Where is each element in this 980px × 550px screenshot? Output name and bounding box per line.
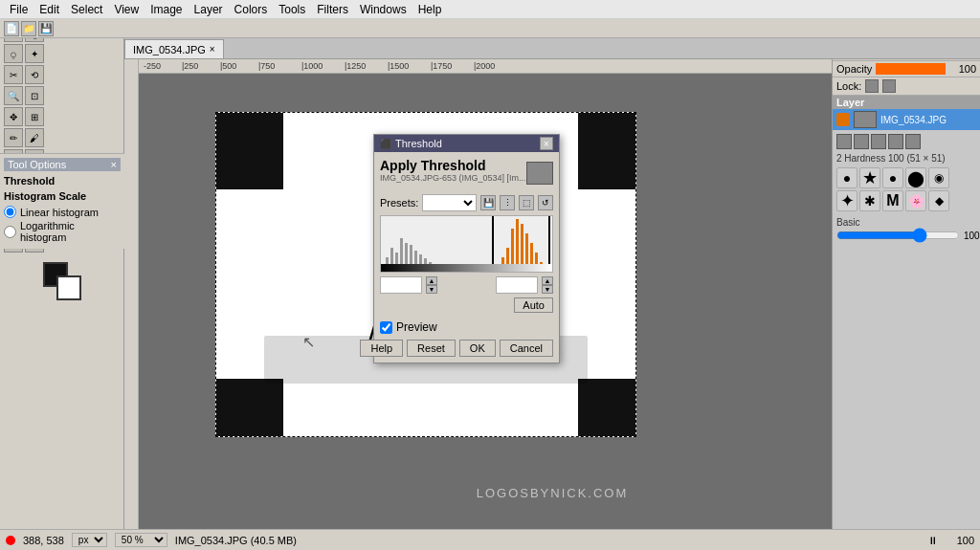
threshold-dialog: ⬛ Threshold × Apply Threshold IMG_0534.J… (373, 134, 560, 363)
layer-item[interactable]: IMG_0534.JPG (833, 109, 980, 130)
hardness-label: 2 Hardness 100 (51 × 51) (836, 153, 976, 164)
play-button[interactable]: ⏸ (927, 535, 938, 546)
preset-save-icon[interactable]: 💾 (480, 195, 496, 210)
dialog-title: ⬛ Threshold (380, 138, 442, 149)
menu-edit[interactable]: Edit (33, 3, 65, 16)
ruler-left (124, 59, 139, 529)
brush-9[interactable]: 🌸 (905, 190, 926, 211)
brush-1[interactable]: ● (836, 167, 858, 188)
tool-shear[interactable]: ⊡ (25, 86, 44, 105)
high-threshold-input[interactable]: 255 (496, 276, 538, 294)
low-spin-down[interactable]: ▼ (426, 285, 437, 294)
menu-layer[interactable]: Layer (189, 3, 229, 16)
tool-transform[interactable]: ⟲ (25, 65, 44, 84)
lock-alpha-icon[interactable] (882, 79, 896, 93)
brush-2[interactable]: ★ (859, 167, 880, 188)
opacity-value: 100 (949, 63, 976, 75)
tool-zoom[interactable]: 🔍 (4, 86, 23, 105)
brush-6[interactable]: ✦ (836, 190, 858, 211)
layer-btn-5[interactable] (905, 134, 921, 149)
preview-label: Preview (396, 320, 437, 334)
high-spin-down[interactable]: ▼ (542, 285, 553, 294)
main-toolbar: 📄 📁 💾 (0, 19, 980, 38)
menu-view[interactable]: View (108, 3, 145, 16)
auto-button[interactable]: Auto (514, 297, 553, 313)
ok-button[interactable]: OK (459, 340, 496, 357)
high-spinner: ▲ ▼ (542, 276, 553, 294)
spacing-slider[interactable] (836, 230, 960, 241)
layers-header: Layer (833, 96, 980, 109)
low-spinner: ▲ ▼ (426, 276, 437, 294)
lock-icon[interactable] (865, 79, 879, 93)
tab-close-icon[interactable]: × (210, 44, 215, 55)
tool-free-select[interactable]: ⍜ (4, 44, 23, 63)
tool-move[interactable]: ✥ (4, 107, 23, 126)
low-threshold-input[interactable]: 195 (380, 276, 422, 294)
tool-align[interactable]: ⊞ (25, 107, 44, 126)
statusbar: 388, 538 px 50 % IMG_0534.JPG (40.5 MB) … (0, 529, 980, 550)
brush-10[interactable]: ◆ (928, 190, 949, 211)
toolbar-open-icon[interactable]: 📁 (21, 21, 36, 36)
tab-image[interactable]: IMG_0534.JPG × (124, 39, 224, 58)
tool-fuzzy-select[interactable]: ✦ (25, 44, 44, 63)
brush-7[interactable]: ✱ (859, 190, 880, 211)
high-spin-up[interactable]: ▲ (542, 276, 553, 285)
preset-extra-1[interactable]: ⬚ (519, 195, 534, 210)
apply-title: Apply Threshold (380, 158, 526, 173)
brush-5[interactable]: ◉ (928, 167, 949, 188)
dialog-icon: ⬛ (380, 139, 391, 149)
opacity-bar[interactable] (876, 63, 946, 75)
corner-tr (578, 113, 635, 189)
menu-image[interactable]: Image (145, 3, 188, 16)
preset-options-icon[interactable]: ⋮ (500, 195, 515, 210)
unit-select[interactable]: px (72, 533, 107, 547)
threshold-values: 195 ▲ ▼ 255 ▲ ▼ (380, 276, 553, 294)
brush-8[interactable]: M (882, 190, 903, 211)
scroll-value: 100 (946, 535, 974, 546)
layer-btn-3[interactable] (871, 134, 886, 149)
menu-windows[interactable]: Windows (354, 3, 412, 16)
help-button[interactable]: Help (360, 340, 403, 357)
preview-checkbox[interactable] (380, 321, 392, 334)
tool-paintbrush[interactable]: 🖌 (25, 128, 44, 147)
toolbox: ⬚ ◯ ⍜ ✦ ✂ ⟲ 🔍 ⊡ ✥ ⊞ ✏ 🖌 ◻ 💨 🖊 ⎘ ✜ ▱ 🪣 ⬛ … (0, 19, 124, 529)
tool-crop[interactable]: ✂ (4, 65, 23, 84)
tool-pencil[interactable]: ✏ (4, 128, 23, 147)
menu-colors[interactable]: Colors (229, 3, 274, 16)
layer-name: IMG_0534.JPG (880, 115, 947, 125)
menu-help[interactable]: Help (412, 3, 448, 16)
brush-3[interactable]: ● (882, 167, 903, 188)
presets-row: Presets: 💾 ⋮ ⬚ ↺ (380, 194, 553, 211)
log-histogram-option[interactable]: Logarithmic histogram (4, 220, 121, 243)
layer-thumbnail (854, 111, 877, 128)
background-color[interactable] (56, 275, 81, 300)
preset-extra-2[interactable]: ↺ (538, 195, 553, 210)
toolbar-save-icon[interactable]: 💾 (38, 21, 54, 36)
linear-histogram-option[interactable]: Linear histogram (4, 206, 121, 218)
layer-btn-1[interactable] (836, 134, 852, 149)
menu-file[interactable]: File (4, 3, 33, 16)
tool-options-header: Tool Options × (4, 158, 121, 171)
menu-filters[interactable]: Filters (311, 3, 354, 16)
layer-eye-icon[interactable] (836, 113, 850, 126)
menu-select[interactable]: Select (65, 3, 108, 16)
dialog-close-button[interactable]: × (540, 137, 553, 150)
reset-button[interactable]: Reset (407, 340, 456, 357)
opacity-label: Opacity (836, 63, 872, 75)
low-spin-up[interactable]: ▲ (426, 276, 437, 285)
corner-tl (216, 113, 283, 189)
histogram-scale-title: Histogram Scale (4, 190, 121, 202)
menu-tools[interactable]: Tools (273, 3, 311, 16)
tab-label: IMG_0534.JPG (133, 44, 206, 55)
presets-label: Presets: (380, 197, 418, 209)
brush-4[interactable]: ⬤ (905, 167, 926, 188)
cancel-button[interactable]: Cancel (500, 340, 553, 357)
presets-select[interactable] (422, 194, 477, 211)
layer-btn-4[interactable] (888, 134, 903, 149)
status-coords: 388, 538 (23, 535, 64, 546)
layer-btn-2[interactable] (854, 134, 869, 149)
zoom-select[interactable]: 50 % (115, 533, 167, 547)
watermark: LOGOSBYNICK.COM (477, 486, 629, 500)
apply-subtitle: IMG_0534.JPG-653 (IMG_0534] [Im... (380, 173, 526, 183)
toolbar-new-icon[interactable]: 📄 (4, 21, 19, 36)
